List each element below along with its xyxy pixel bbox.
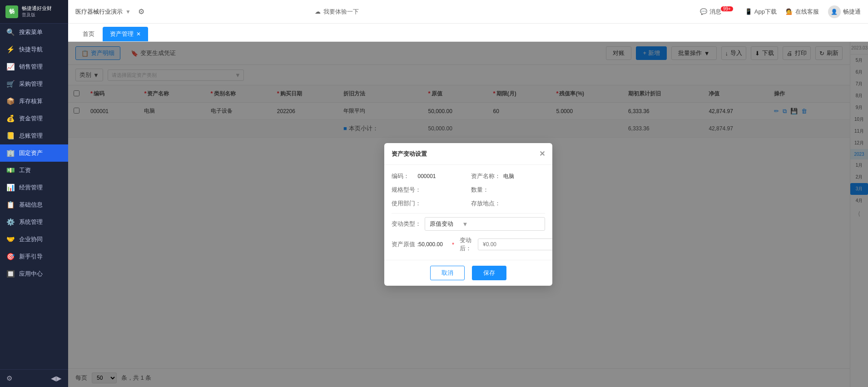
sales-icon: 📈	[6, 63, 15, 71]
sidebar-label-sales: 销售管理	[19, 63, 43, 71]
app-download-button[interactable]: 📱 App下载	[745, 8, 777, 16]
dialog-row-3: 使用部门： 存放地点：	[392, 199, 545, 208]
tab-label-home: 首页	[83, 30, 94, 38]
dialog-change-type-row: 变动类型： 原值变动 ▼	[392, 217, 545, 231]
tab-asset[interactable]: 资产管理✕	[103, 27, 148, 41]
sidebar-item-inventory[interactable]: 📦库存核算	[0, 93, 68, 110]
required-star-after: *	[452, 241, 454, 248]
quicknav-icon: ⚡	[6, 45, 15, 54]
dialog-close-icon[interactable]: ✕	[539, 149, 545, 158]
user-profile[interactable]: 👤 畅捷通	[828, 5, 861, 18]
sidebar-label-salary: 工资	[19, 166, 31, 174]
dialog-row-2: 规格型号： 数量：	[392, 186, 545, 194]
sidebar-item-sales[interactable]: 📈销售管理	[0, 58, 68, 75]
dialog-location-field: 存放地点：	[471, 199, 545, 208]
sidebar-logo: 畅 畅捷通好业财 普及版	[0, 0, 68, 24]
sidebar-item-guide[interactable]: 🎯新手引导	[0, 248, 68, 265]
purchase-icon: 🛒	[6, 80, 15, 88]
fixedasset-icon: 🏢	[6, 149, 15, 157]
main-content: 医疗器械行业演示 ▼ ⚙ ☁ 我要体验一下 💬 消息 99+ 📱 App下载 💁…	[68, 0, 868, 387]
sidebar-label-finance: 资金管理	[19, 114, 43, 123]
tab-label-asset: 资产管理	[110, 30, 134, 38]
sidebar-label-base: 基础信息	[19, 201, 43, 209]
sidebar-label-operation: 经营管理	[19, 184, 43, 192]
sidebar-label-system: 系统管理	[19, 218, 43, 226]
cancel-button[interactable]: 取消	[430, 266, 465, 280]
sidebar-item-base[interactable]: 📋基础信息	[0, 196, 68, 213]
asset-change-dialog: 资产变动设置 ✕ 编码： 000001 资产名称： 电脑	[384, 143, 552, 286]
finance-icon: 💰	[6, 114, 15, 123]
online-service-button[interactable]: 💁 在线客服	[786, 8, 819, 16]
change-type-select[interactable]: 原值变动 ▼	[425, 217, 545, 231]
sidebar-label-apps: 应用中心	[19, 270, 43, 278]
apps-icon: 🔲	[6, 270, 15, 278]
tab-home[interactable]: 首页	[75, 27, 102, 41]
system-icon: ⚙️	[6, 218, 15, 226]
sidebar-label-guide: 新手引导	[19, 253, 43, 261]
change-type-arrow-icon: ▼	[462, 221, 468, 228]
topbar-settings-icon[interactable]: ⚙	[138, 7, 144, 16]
sidebar-item-quicknav[interactable]: ⚡快捷导航	[0, 41, 68, 58]
company-dropdown-icon: ▼	[125, 9, 131, 15]
logo-text: 畅捷通好业财	[22, 5, 52, 12]
sidebar-item-search[interactable]: 🔍搜索菜单	[0, 24, 68, 41]
content-area: 📋 资产明细 🔖 变更生成凭证 对账 + 新增 批量操作 ▼	[68, 42, 868, 387]
after-change-input[interactable]	[478, 238, 552, 250]
dialog-footer: 取消 保存	[384, 260, 552, 286]
service-icon: 💁	[786, 8, 793, 15]
topbar: 医疗器械行业演示 ▼ ⚙ ☁ 我要体验一下 💬 消息 99+ 📱 App下载 💁…	[68, 0, 868, 24]
dialog-header: 资产变动设置 ✕	[384, 143, 552, 165]
sidebar-item-enterprise[interactable]: 🤝企业协同	[0, 231, 68, 248]
sidebar-item-system[interactable]: ⚙️系统管理	[0, 213, 68, 231]
messages-button[interactable]: 💬 消息 99+	[700, 8, 736, 16]
company-selector[interactable]: 医疗器械行业演示 ▼	[75, 8, 131, 16]
dialog-dept-field: 使用部门：	[392, 199, 466, 208]
sidebar-item-operation[interactable]: 📊经营管理	[0, 179, 68, 196]
dialog-divider	[392, 213, 545, 213]
dialog-quantity-field: 数量：	[471, 186, 545, 194]
dialog-body: 编码： 000001 资产名称： 电脑 规格型号：	[384, 165, 552, 260]
sidebar-label-inventory: 库存核算	[19, 97, 43, 105]
dialog-code-field: 编码： 000001	[392, 172, 466, 180]
dialog-spec-field: 规格型号：	[392, 186, 466, 194]
guide-icon: 🎯	[6, 253, 15, 261]
experience-label: 我要体验一下	[323, 8, 359, 16]
salary-icon: 💵	[6, 166, 15, 174]
sidebar-item-ledger[interactable]: 📒总账管理	[0, 127, 68, 144]
sidebar-item-finance[interactable]: 💰资金管理	[0, 110, 68, 127]
experience-button[interactable]: ☁ 我要体验一下	[315, 8, 359, 16]
sidebar-label-ledger: 总账管理	[19, 132, 43, 140]
messages-icon: 💬	[700, 8, 707, 15]
sidebar-item-fixedasset[interactable]: 🏢固定资产	[0, 144, 68, 162]
sidebar-item-purchase[interactable]: 🛒采购管理	[0, 75, 68, 93]
collapse-icon[interactable]: ◀▶	[51, 374, 62, 382]
dialog-row-1: 编码： 000001 资产名称： 电脑	[392, 172, 545, 180]
ledger-icon: 📒	[6, 132, 15, 140]
dialog-overlay: 资产变动设置 ✕ 编码： 000001 资产名称： 电脑	[68, 42, 868, 387]
search-icon: 🔍	[6, 28, 15, 36]
dialog-name-field: 资产名称： 电脑	[471, 172, 545, 180]
sidebar-item-apps[interactable]: 🔲应用中心	[0, 265, 68, 283]
avatar: 👤	[828, 5, 841, 18]
topbar-right: 💬 消息 99+ 📱 App下载 💁 在线客服 👤 畅捷通	[700, 5, 861, 18]
sidebar-label-quicknav: 快捷导航	[19, 45, 43, 54]
sidebar-label-fixedasset: 固定资产	[19, 149, 43, 157]
company-name: 医疗器械行业演示	[75, 8, 123, 16]
logo-sub: 普及版	[22, 12, 52, 18]
experience-icon: ☁	[315, 8, 321, 15]
sidebar-footer: ⚙ ◀▶	[0, 369, 68, 387]
messages-badge: 99+	[721, 6, 733, 11]
settings-icon[interactable]: ⚙	[6, 374, 12, 382]
operation-icon: 📊	[6, 184, 15, 192]
tab-close-asset[interactable]: ✕	[136, 31, 141, 37]
app-icon: 📱	[745, 8, 752, 15]
sidebar-label-search: 搜索菜单	[19, 28, 43, 36]
dialog-title: 资产变动设置	[392, 150, 427, 158]
sidebar: 畅 畅捷通好业财 普及版 🔍搜索菜单⚡快捷导航📈销售管理🛒采购管理📦库存核算💰资…	[0, 0, 68, 387]
tabbar: 首页资产管理✕	[68, 24, 868, 42]
after-change-label: 变动后：	[460, 236, 471, 253]
save-button[interactable]: 保存	[472, 266, 506, 280]
sidebar-item-salary[interactable]: 💵工资	[0, 162, 68, 179]
sidebar-label-enterprise: 企业协同	[19, 235, 43, 243]
inventory-icon: 📦	[6, 97, 15, 105]
